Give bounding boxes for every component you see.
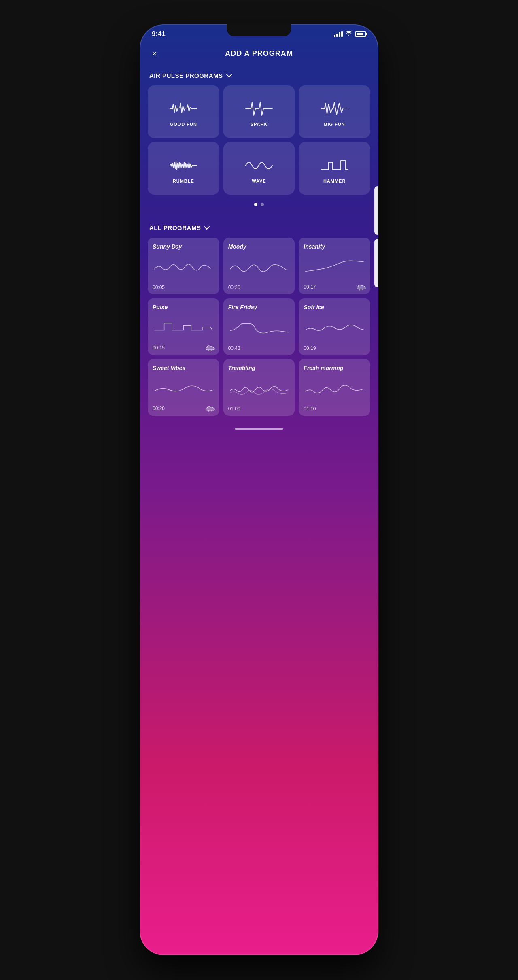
insanity-name: Insanity — [304, 243, 365, 250]
sunny-day-wave — [153, 251, 214, 282]
fresh-morning-name: Fresh morning — [304, 365, 365, 371]
sweet-vibes-wave — [153, 373, 214, 403]
soft-ice-wave — [304, 312, 365, 343]
page-wrapper: 9:41 — [0, 0, 518, 980]
fire-friday-wave — [228, 312, 290, 343]
good-fun-label: GOOD FUN — [170, 122, 197, 127]
rumble-icon — [169, 157, 197, 173]
soft-ice-time: 00:19 — [304, 345, 316, 351]
side-card-1 — [374, 186, 378, 235]
program-item-soft-ice[interactable]: Soft Ice 00:19 — [299, 298, 370, 355]
dot-1[interactable] — [254, 203, 257, 206]
air-pulse-grid: GOOD FUN SPARK BIG FUN RUM — [140, 85, 378, 195]
header-title: ADD A PROGRAM — [225, 49, 293, 58]
battery-icon — [355, 31, 366, 37]
spark-label: SPARK — [251, 122, 268, 127]
wave-icon — [245, 157, 273, 173]
program-item-fresh-morning[interactable]: Fresh morning 01:10 — [299, 359, 370, 416]
bottom-bar — [140, 424, 378, 438]
signal-icon — [334, 31, 343, 37]
moody-time: 00:20 — [228, 285, 240, 290]
phone-notch — [227, 24, 291, 36]
insanity-time: 00:17 — [304, 284, 316, 290]
insanity-wave — [304, 251, 365, 281]
home-indicator — [235, 428, 283, 430]
program-item-pulse[interactable]: Pulse 00:15 — [148, 298, 219, 355]
air-pulse-label: AIR PULSE PROGRAMS — [149, 72, 223, 79]
program-item-moody[interactable]: Moody 00:20 — [223, 238, 295, 294]
sweet-vibes-name: Sweet Vibes — [153, 365, 214, 371]
pulse-cloud-icon — [206, 344, 214, 351]
program-item-fire-friday[interactable]: Fire Friday 00:43 — [223, 298, 295, 355]
moody-wave — [228, 251, 290, 282]
all-programs-chevron — [204, 224, 210, 231]
app-header: × ADD A PROGRAM — [140, 41, 378, 62]
program-card-rumble[interactable]: RUMBLE — [148, 142, 219, 195]
air-pulse-chevron — [226, 72, 232, 79]
sweet-vibes-cloud-icon — [206, 405, 214, 412]
insanity-cloud-icon — [357, 284, 365, 290]
good-fun-icon — [169, 100, 197, 116]
program-card-spark[interactable]: SPARK — [223, 85, 295, 138]
sunny-day-name: Sunny Day — [153, 243, 214, 250]
status-time: 9:41 — [152, 30, 166, 38]
fresh-morning-wave — [304, 373, 365, 404]
pagination-dots — [140, 195, 378, 214]
sunny-day-time: 00:05 — [153, 285, 165, 290]
big-fun-icon — [321, 100, 349, 116]
program-card-big-fun[interactable]: BIG FUN — [299, 85, 370, 138]
fresh-morning-time: 01:10 — [304, 406, 316, 412]
program-item-trembling[interactable]: Trembling 01:00 — [223, 359, 295, 416]
trembling-name: Trembling — [228, 365, 290, 371]
trembling-time: 01:00 — [228, 406, 240, 412]
program-item-sweet-vibes[interactable]: Sweet Vibes 00:20 — [148, 359, 219, 416]
phone-frame: 9:41 — [140, 24, 378, 955]
program-item-sunny-day[interactable]: Sunny Day 00:05 — [148, 238, 219, 294]
close-button[interactable]: × — [152, 49, 157, 59]
program-card-wave[interactable]: WAVE — [223, 142, 295, 195]
program-item-insanity[interactable]: Insanity 00:17 — [299, 238, 370, 294]
fire-friday-name: Fire Friday — [228, 304, 290, 310]
air-pulse-section-header[interactable]: AIR PULSE PROGRAMS — [140, 62, 378, 85]
wifi-icon — [345, 31, 352, 38]
trembling-wave — [228, 373, 290, 404]
hammer-icon — [321, 157, 349, 173]
big-fun-label: BIG FUN — [324, 122, 345, 127]
soft-ice-name: Soft Ice — [304, 304, 365, 310]
all-programs-section-header[interactable]: ALL PROGRAMS — [140, 214, 378, 238]
all-programs-label: ALL PROGRAMS — [149, 224, 201, 231]
all-programs-grid: Sunny Day 00:05 Moody — [140, 238, 378, 424]
rumble-label: RUMBLE — [173, 179, 194, 183]
spark-icon — [245, 100, 273, 116]
pulse-time: 00:15 — [153, 345, 165, 351]
hammer-label: HAMMER — [323, 179, 346, 183]
pulse-wave — [153, 312, 214, 342]
dot-2[interactable] — [261, 203, 264, 206]
status-icons — [334, 31, 366, 38]
moody-name: Moody — [228, 243, 290, 250]
wave-label: WAVE — [252, 179, 266, 183]
side-card-2 — [374, 239, 378, 287]
fire-friday-time: 00:43 — [228, 345, 240, 351]
pulse-name: Pulse — [153, 304, 214, 310]
side-cards — [374, 186, 378, 287]
program-card-good-fun[interactable]: GOOD FUN — [148, 85, 219, 138]
sweet-vibes-time: 00:20 — [153, 406, 165, 411]
program-card-hammer[interactable]: HAMMER — [299, 142, 370, 195]
